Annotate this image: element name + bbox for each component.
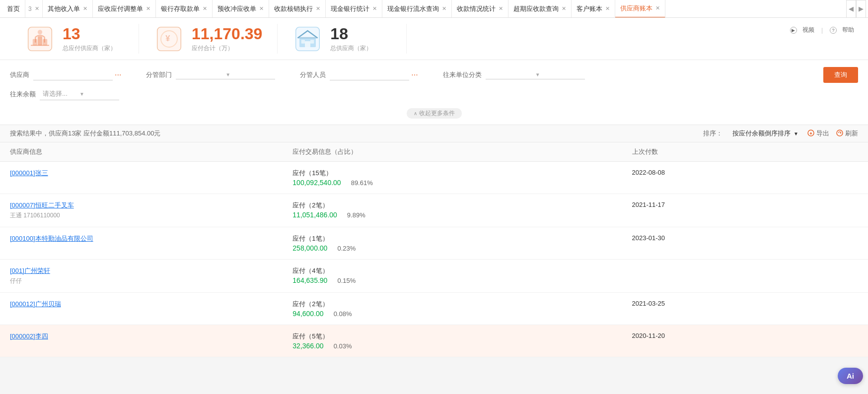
collapse-button[interactable]: ∧ 收起更多条件 bbox=[407, 108, 462, 119]
nav-tab-home[interactable]: 首页 bbox=[2, 0, 25, 18]
transaction-row: 32,366.00 0.03% bbox=[292, 341, 632, 350]
nav-tab-other-income[interactable]: 其他收入单 ✕ bbox=[43, 0, 93, 18]
supplier-cell: [000100]本特勤油品有限公司 bbox=[10, 234, 292, 243]
transaction-label: 应付（15笔） bbox=[292, 169, 632, 178]
help-link[interactable]: ? 帮助 bbox=[828, 26, 856, 34]
svg-text:¥: ¥ bbox=[165, 34, 170, 43]
close-icon[interactable]: ✕ bbox=[605, 5, 610, 12]
filter-category: 往来单位分类 ▼ bbox=[443, 70, 585, 79]
close-icon[interactable]: ✕ bbox=[146, 5, 150, 12]
nav-tab-overdue[interactable]: 超期应收款查询 ✕ bbox=[508, 0, 572, 18]
transaction-amount[interactable]: 94,600.00 bbox=[292, 310, 323, 318]
transaction-amount[interactable]: 32,366.00 bbox=[292, 342, 323, 350]
supplier-payable-icon bbox=[25, 24, 55, 54]
transaction-label: 应付（4笔） bbox=[292, 266, 632, 275]
transaction-pct: 0.23% bbox=[337, 245, 356, 252]
supplier-link[interactable]: [000007]恒旺二手叉车 bbox=[10, 201, 292, 210]
video-link[interactable]: ▶ 视频 bbox=[788, 26, 816, 34]
transaction-amount[interactable]: 164,635.90 bbox=[292, 276, 327, 284]
lastpay-date: 2021-03-25 bbox=[632, 300, 665, 307]
filter-row-2: 往来余额 请选择... ▼ bbox=[10, 88, 858, 100]
dept-select[interactable]: ▼ bbox=[176, 70, 275, 79]
person-input[interactable] bbox=[330, 69, 409, 80]
category-select[interactable]: ▼ bbox=[486, 70, 585, 79]
transaction-row: 11,051,486.00 9.89% bbox=[292, 210, 632, 219]
lastpay-cell: 2021-11-17 bbox=[632, 201, 858, 208]
result-actions: 排序： 按应付余额倒序排序 ▼ 导出 刷新 bbox=[703, 129, 858, 138]
supplier-picker-icon[interactable]: ··· bbox=[115, 70, 121, 79]
supplier-cell: [001]广州荣轩 仔仔 bbox=[10, 266, 292, 285]
stat-block-total-suppliers: 18 总供应商（家） bbox=[278, 24, 407, 54]
transaction-cell: 应付（15笔） 100,092,540.00 89.61% bbox=[292, 169, 632, 187]
nav-tab-3[interactable]: 3 ✕ bbox=[25, 0, 43, 18]
transaction-cell: 应付（2笔） 94,600.00 0.08% bbox=[292, 300, 632, 318]
nav-tab-bank[interactable]: 银行存取款单 ✕ bbox=[156, 0, 213, 18]
nav-tab-cash-stat[interactable]: 现金银行统计 ✕ bbox=[326, 0, 382, 18]
sort-label: 排序： bbox=[703, 129, 723, 138]
total-suppliers-count: 18 bbox=[330, 25, 372, 43]
supplier-link[interactable]: [000001]张三 bbox=[10, 169, 292, 178]
close-icon[interactable]: ✕ bbox=[203, 5, 207, 12]
close-icon[interactable]: ✕ bbox=[655, 5, 660, 11]
balance-select[interactable]: 请选择... ▼ bbox=[40, 88, 119, 100]
category-filter-label: 往来单位分类 bbox=[443, 70, 482, 79]
nav-tab-supplier-ledger[interactable]: 供应商账本 ✕ bbox=[615, 0, 665, 18]
nav-arrow-left[interactable]: ◀ bbox=[846, 0, 856, 18]
transaction-row: 94,600.00 0.08% bbox=[292, 309, 632, 318]
lastpay-date: 2022-08-08 bbox=[632, 169, 665, 176]
table-row: [000007]恒旺二手叉车 王通 17106110000 应付（2笔） 11,… bbox=[0, 194, 868, 227]
close-icon[interactable]: ✕ bbox=[442, 5, 446, 12]
nav-arrow-right[interactable]: ▶ bbox=[856, 0, 866, 18]
export-action[interactable]: 导出 bbox=[807, 129, 829, 138]
refresh-action[interactable]: 刷新 bbox=[836, 129, 858, 138]
transaction-row: 258,000.00 0.23% bbox=[292, 243, 632, 252]
refresh-icon bbox=[836, 130, 843, 138]
collapse-bar: ∧ 收起更多条件 bbox=[10, 105, 858, 120]
supplier-table: 供应商信息 应付交易信息（占比） 上次付数 [000001]张三 应付（15笔）… bbox=[0, 142, 868, 357]
supplier-cell: [000001]张三 bbox=[10, 169, 292, 178]
close-icon[interactable]: ✕ bbox=[35, 5, 39, 12]
balance-filter-label: 往来余额 bbox=[10, 90, 36, 99]
dept-dropdown-icon: ▼ bbox=[225, 72, 272, 77]
close-icon[interactable]: ✕ bbox=[83, 5, 87, 12]
transaction-label: 应付（2笔） bbox=[292, 300, 632, 309]
transaction-amount[interactable]: 258,000.00 bbox=[292, 244, 327, 252]
close-icon[interactable]: ✕ bbox=[259, 5, 264, 12]
supplier-link[interactable]: [000002]李四 bbox=[10, 332, 292, 341]
supplier-link[interactable]: [000100]本特勤油品有限公司 bbox=[10, 234, 292, 243]
transaction-amount[interactable]: 100,092,540.00 bbox=[292, 179, 341, 187]
nav-tab-customer-ledger[interactable]: 客户账本 ✕ bbox=[572, 0, 615, 18]
transaction-pct: 0.08% bbox=[334, 310, 352, 318]
nav-tab-cash-flow[interactable]: 现金银行流水查询 ✕ bbox=[382, 0, 452, 18]
export-icon bbox=[807, 130, 814, 138]
close-icon[interactable]: ✕ bbox=[499, 5, 503, 12]
payable-total-icon: ¥ bbox=[154, 24, 184, 54]
svg-rect-13 bbox=[298, 37, 317, 38]
svg-rect-1 bbox=[32, 39, 37, 45]
svg-point-4 bbox=[37, 30, 42, 34]
supplier-link[interactable]: [001]广州荣轩 bbox=[10, 266, 292, 275]
sort-value[interactable]: 按应付余额倒序排序 ▼ bbox=[732, 129, 798, 138]
header-lastpay: 上次付数 bbox=[632, 147, 858, 156]
nav-tab-collection[interactable]: 收款核销执行 ✕ bbox=[269, 0, 326, 18]
table-row: [000100]本特勤油品有限公司 应付（1笔） 258,000.00 0.23… bbox=[0, 227, 868, 260]
close-icon[interactable]: ✕ bbox=[562, 5, 566, 12]
nav-tab-advance[interactable]: 预收冲应收单 ✕ bbox=[213, 0, 269, 18]
person-picker-icon[interactable]: ··· bbox=[411, 70, 418, 79]
transaction-cell: 应付（4笔） 164,635.90 0.15% bbox=[292, 266, 632, 284]
query-button[interactable]: 查询 bbox=[823, 67, 858, 83]
nav-tab-collection-stat[interactable]: 收款情况统计 ✕ bbox=[452, 0, 508, 18]
close-icon[interactable]: ✕ bbox=[372, 5, 377, 12]
transaction-amount[interactable]: 11,051,486.00 bbox=[292, 211, 337, 219]
total-suppliers-label: 总供应商（家） bbox=[330, 44, 372, 53]
supplier-input[interactable] bbox=[33, 69, 113, 80]
balance-placeholder: 请选择... bbox=[43, 89, 79, 98]
supplier-link[interactable]: [000012]广州贝瑞 bbox=[10, 300, 292, 309]
lastpay-date: 2021-11-17 bbox=[632, 201, 665, 208]
svg-rect-3 bbox=[43, 39, 47, 45]
nav-tab-adjust[interactable]: 应收应付调整单 ✕ bbox=[93, 0, 156, 18]
table-row: [001]广州荣轩 仔仔 应付（4笔） 164,635.90 0.15% bbox=[0, 260, 868, 293]
svg-rect-2 bbox=[37, 36, 42, 45]
close-icon[interactable]: ✕ bbox=[316, 5, 320, 12]
stat-content-payable: 13 总应付供应商（家） bbox=[63, 25, 116, 53]
